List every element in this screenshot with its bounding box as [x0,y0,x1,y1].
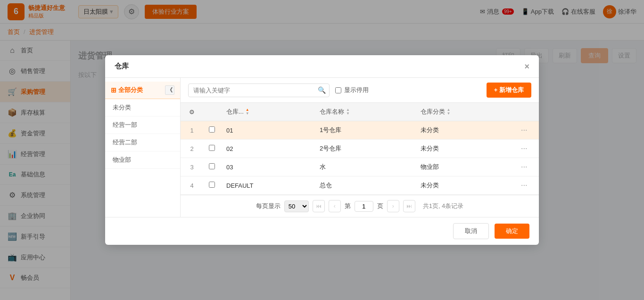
row-name: 总仓 [314,176,414,195]
modal-close-button[interactable]: × [524,62,529,71]
th-warehouse-cat[interactable]: 仓库分类 ▲▼ [415,103,516,121]
per-page-label: 每页显示 [256,202,281,210]
search-input-wrap: 🔍 [188,83,330,97]
warehouse-table-wrap: ⚙ 仓库... ▲▼ [181,103,539,195]
th-warehouse-id[interactable]: 仓库... ▲▼ [221,103,314,121]
last-page-button[interactable]: ⏭ [403,200,415,212]
row-more[interactable]: ··· [515,158,539,176]
row-check[interactable] [203,121,221,140]
row-name: 1号仓库 [314,121,414,140]
table-row[interactable]: 1 01 1号仓库 未分类 ··· [181,121,539,140]
row-check[interactable] [203,176,221,195]
collapse-button[interactable]: 《 [165,85,174,95]
sort-icon-id: ▲▼ [246,108,249,116]
cat-item-ops1[interactable]: 经营一部 [105,117,180,134]
search-input[interactable] [188,83,330,97]
table-row[interactable]: 4 DEFAULT 总仓 未分类 ··· [181,176,539,195]
row-check[interactable] [203,158,221,176]
row-more[interactable]: ··· [515,121,539,140]
category-sidebar: ⊞ 全部分类 《 未分类 经营一部 经营二部 物业部 [105,78,181,217]
modal-footer: 取消 确定 [105,217,539,245]
page-info: 共1页, 4条记录 [423,202,464,210]
next-page-button[interactable]: › [387,200,399,212]
row-cat: 未分类 [415,140,516,158]
modal-overlay: 仓库 × ⊞ 全部分类 《 未分类 经营一部 [0,0,644,300]
cat-item-ops2[interactable]: 经营二部 [105,134,180,151]
confirm-button[interactable]: 确定 [495,224,529,239]
row-id: 03 [221,158,314,176]
row-check[interactable] [203,140,221,158]
row-cat: 未分类 [415,121,516,140]
more-icon[interactable]: ··· [521,181,527,189]
row-more[interactable]: ··· [515,140,539,158]
modal-header: 仓库 × [105,55,539,78]
cat-item-property[interactable]: 物业部 [105,151,180,169]
pagination: 每页显示 50 100 ⏮ ‹ 第 页 › ⏭ 共1页, 4条记录 [181,195,539,217]
cat-item-unclassified[interactable]: 未分类 [105,99,180,117]
search-icon[interactable]: 🔍 [318,86,326,94]
row-cat: 未分类 [415,176,516,195]
row-id: 02 [221,140,314,158]
th-warehouse-name[interactable]: 仓库名称 ▲▼ [314,103,414,121]
table-row[interactable]: 2 02 2号仓库 未分类 ··· [181,140,539,158]
table-row[interactable]: 3 03 水 物业部 ··· [181,158,539,176]
show-disabled-checkbox[interactable] [335,87,341,93]
page-size-select[interactable]: 50 100 [284,200,309,212]
th-check [203,103,221,121]
grid-icon: ⊞ [111,86,116,94]
row-cat: 物业部 [415,158,516,176]
first-page-button[interactable]: ⏮ [313,200,325,212]
table-body: 1 01 1号仓库 未分类 ··· 2 02 2 [181,121,539,195]
cat-all-label: 全部分类 [118,86,143,94]
row-num: 1 [181,121,203,140]
settings-col-icon: ⚙ [189,108,195,116]
row-id: 01 [221,121,314,140]
modal-toolbar: 🔍 显示停用 + 新增仓库 [181,78,539,103]
more-icon[interactable]: ··· [521,126,527,134]
row-num: 4 [181,176,203,195]
th-actions [515,103,539,121]
add-warehouse-button[interactable]: + 新增仓库 [487,83,531,98]
table-header: ⚙ 仓库... ▲▼ [181,103,539,121]
row-name: 水 [314,158,414,176]
warehouse-table: ⚙ 仓库... ▲▼ [181,103,539,195]
warehouse-modal: 仓库 × ⊞ 全部分类 《 未分类 经营一部 [105,55,539,245]
page-prefix: 第 [345,202,351,210]
more-icon[interactable]: ··· [521,144,527,152]
sort-icon-cat: ▲▼ [447,108,451,116]
prev-page-button[interactable]: ‹ [329,200,341,212]
row-id: DEFAULT [221,176,314,195]
cancel-button[interactable]: 取消 [453,223,489,239]
category-all[interactable]: ⊞ 全部分类 《 [105,82,180,99]
modal-main: 🔍 显示停用 + 新增仓库 ⚙ [181,78,539,217]
row-name: 2号仓库 [314,140,414,158]
th-settings[interactable]: ⚙ [181,103,203,121]
show-disabled-label: 显示停用 [335,86,369,94]
row-num: 2 [181,140,203,158]
modal-body: ⊞ 全部分类 《 未分类 经营一部 经营二部 物业部 [105,78,539,217]
row-num: 3 [181,158,203,176]
row-more[interactable]: ··· [515,176,539,195]
page-input[interactable] [355,201,373,212]
sort-icon-name: ▲▼ [346,108,350,116]
more-icon[interactable]: ··· [521,163,527,171]
modal-title: 仓库 [115,62,129,71]
page-suffix: 页 [377,202,383,210]
